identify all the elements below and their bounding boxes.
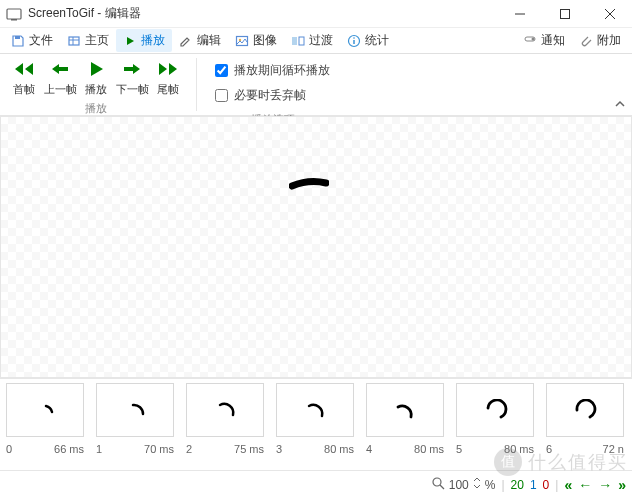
loop-checkbox-input[interactable]	[215, 64, 228, 77]
menubar: 文件 主页 播放 编辑 图像 过渡 统计 通知 附加	[0, 28, 632, 54]
zoom-spin[interactable]	[473, 476, 481, 493]
play-options-group: 播放期间循环播放 必要时丢弃帧 播放选项	[201, 54, 344, 115]
tab-play[interactable]: 播放	[116, 29, 172, 52]
frame-thumbnail[interactable]: 380 ms	[270, 381, 360, 470]
minimize-button[interactable]	[497, 0, 542, 28]
maximize-button[interactable]	[542, 0, 587, 28]
svg-rect-0	[7, 9, 21, 19]
first-icon	[11, 58, 37, 80]
status-count-red: 0	[543, 478, 550, 492]
svg-rect-1	[11, 19, 17, 21]
transition-icon	[291, 34, 305, 48]
svg-rect-7	[69, 37, 79, 45]
zoom-icon[interactable]	[431, 476, 445, 493]
zoom-value: 100	[449, 478, 469, 492]
attach-label: 附加	[597, 32, 621, 49]
prev-frame-button[interactable]: 上一帧	[42, 56, 78, 99]
tab-transition-label: 过渡	[309, 32, 333, 49]
frame-thumbnail[interactable]: 275 ms	[180, 381, 270, 470]
ribbon-collapse-button[interactable]	[614, 98, 626, 113]
attach-icon	[579, 34, 593, 48]
nav-last-button[interactable]: »	[618, 477, 626, 493]
window-title: ScreenToGif - 编辑器	[28, 5, 497, 22]
zoom-controls: 100 %	[431, 476, 496, 493]
loop-checkbox-label: 播放期间循环播放	[234, 62, 330, 79]
tab-edit[interactable]: 编辑	[172, 29, 228, 52]
close-button[interactable]	[587, 0, 632, 28]
info-icon	[347, 34, 361, 48]
timeline[interactable]: 066 ms 170 ms 275 ms 380 ms 480 ms 580 m…	[0, 378, 632, 470]
frame-thumbnail[interactable]: 170 ms	[90, 381, 180, 470]
svg-point-19	[433, 478, 441, 486]
tab-image[interactable]: 图像	[228, 29, 284, 52]
play-arrow-icon	[86, 58, 106, 80]
svg-rect-13	[299, 37, 304, 45]
next-frame-button[interactable]: 下一帧	[114, 56, 150, 99]
frame-thumbnail[interactable]: 066 ms	[0, 381, 90, 470]
tab-play-label: 播放	[141, 32, 165, 49]
titlebar: ScreenToGif - 编辑器	[0, 0, 632, 28]
home-icon	[67, 34, 81, 48]
svg-point-18	[532, 37, 535, 40]
svg-rect-6	[15, 36, 20, 39]
nav-prev-button[interactable]: ←	[578, 477, 592, 493]
last-icon	[155, 58, 181, 80]
play-button[interactable]: 播放	[78, 56, 114, 99]
play-icon	[123, 34, 137, 48]
tab-file-label: 文件	[29, 32, 53, 49]
notifications-button[interactable]: 通知	[516, 29, 572, 52]
drop-frames-checkbox-label: 必要时丢弃帧	[234, 87, 306, 104]
ribbon: 首帧 上一帧 播放 下一帧 尾帧 播放 播放	[0, 54, 632, 116]
bell-icon	[523, 34, 537, 48]
notifications-label: 通知	[541, 32, 565, 49]
app-icon	[6, 6, 22, 22]
svg-line-20	[440, 485, 444, 489]
edit-icon	[179, 34, 193, 48]
playback-group: 首帧 上一帧 播放 下一帧 尾帧 播放	[0, 54, 192, 115]
svg-point-16	[353, 37, 355, 39]
last-frame-button[interactable]: 尾帧	[150, 56, 186, 99]
tab-statistics[interactable]: 统计	[340, 29, 396, 52]
tab-edit-label: 编辑	[197, 32, 221, 49]
drawn-stroke	[289, 177, 329, 191]
tab-transition[interactable]: 过渡	[284, 29, 340, 52]
prev-icon	[49, 58, 71, 80]
image-icon	[235, 34, 249, 48]
attach-button[interactable]: 附加	[572, 29, 628, 52]
canvas-area[interactable]	[0, 116, 632, 378]
tab-file[interactable]: 文件	[4, 29, 60, 52]
status-count-blue: 1	[530, 478, 537, 492]
statusbar: 100 % | 20 1 0 | « ← → »	[0, 470, 632, 498]
tab-home[interactable]: 主页	[60, 29, 116, 52]
loop-checkbox[interactable]: 播放期间循环播放	[215, 62, 330, 79]
zoom-unit: %	[485, 478, 496, 492]
nav-next-button[interactable]: →	[598, 477, 612, 493]
nav-first-button[interactable]: «	[564, 477, 572, 493]
first-frame-button[interactable]: 首帧	[6, 56, 42, 99]
frame-thumbnail[interactable]: 480 ms	[360, 381, 450, 470]
status-count-green: 20	[511, 478, 524, 492]
tab-image-label: 图像	[253, 32, 277, 49]
window-controls	[497, 0, 632, 28]
svg-rect-12	[292, 37, 297, 45]
canvas-frame	[0, 116, 632, 378]
playback-group-label: 播放	[6, 101, 186, 116]
drop-frames-checkbox[interactable]: 必要时丢弃帧	[215, 87, 330, 104]
frame-thumbnail[interactable]: 672 n	[540, 381, 630, 470]
frame-thumbnail[interactable]: 580 ms	[450, 381, 540, 470]
tab-statistics-label: 统计	[365, 32, 389, 49]
save-icon	[11, 34, 25, 48]
drop-frames-checkbox-input[interactable]	[215, 89, 228, 102]
tab-home-label: 主页	[85, 32, 109, 49]
svg-rect-3	[560, 9, 569, 18]
next-icon	[121, 58, 143, 80]
